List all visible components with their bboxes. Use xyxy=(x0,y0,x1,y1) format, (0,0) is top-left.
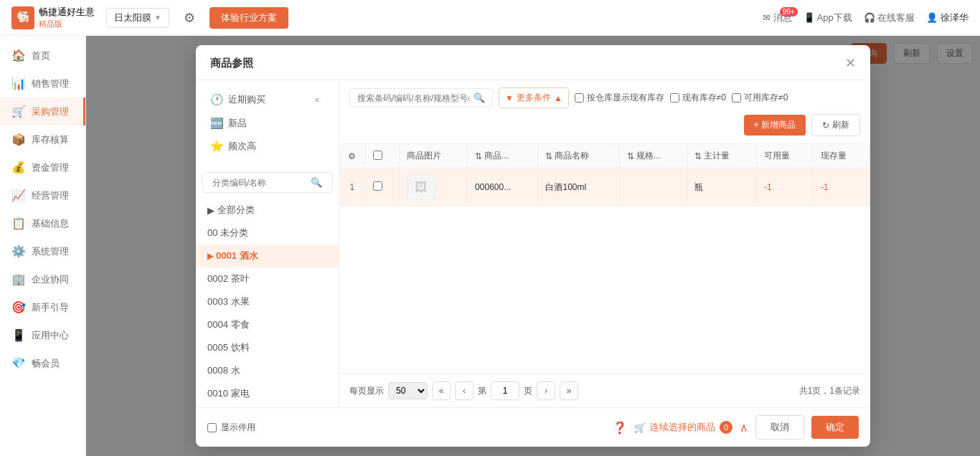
cat-appliances[interactable]: 0010 家电 xyxy=(196,382,339,405)
category-search-input[interactable] xyxy=(212,178,306,188)
cat-tea[interactable]: 0002 茶叶 xyxy=(196,267,339,290)
sort-icon-unit: ⇅ xyxy=(694,151,702,161)
page-label: 第 xyxy=(478,385,486,397)
table-row[interactable]: 1 🖼 000600... 白酒100ml xyxy=(339,168,870,206)
next-page-button[interactable]: › xyxy=(537,381,555,400)
last-page-button[interactable]: » xyxy=(560,381,578,400)
sidebar-item-operations[interactable]: 📈 经营管理 xyxy=(0,181,85,209)
col-settings[interactable]: ⚙ xyxy=(339,144,365,168)
quick-link-frequent[interactable]: ⭐ 频次高 xyxy=(203,135,331,158)
right-panel: 🔍 ▼ 更多条件 ▲ 按仓库显示现有库存 xyxy=(339,80,870,407)
cell-checkbox[interactable] xyxy=(365,168,399,206)
message-icon: ✉ xyxy=(763,12,771,23)
cell-available: -1 xyxy=(757,168,814,206)
category-search-box[interactable]: 🔍 xyxy=(202,172,333,193)
right-panel-toolbar: 🔍 ▼ 更多条件 ▲ 按仓库显示现有库存 xyxy=(339,80,870,144)
col-code[interactable]: ⇅ 商品... xyxy=(468,144,538,168)
continuous-select-label: 连续选择的商品 xyxy=(650,421,715,434)
cat-fruit[interactable]: 0003 水果 xyxy=(196,290,339,313)
cat-liquor-arrow: ▶ xyxy=(207,252,213,261)
refresh-label: 刷新 xyxy=(832,119,849,131)
product-reference-modal: 商品参照 ✕ 🕐 近期购买 « xyxy=(196,45,870,447)
checkbox-available-stock-input[interactable] xyxy=(732,93,741,103)
cart-count-badge: 0 xyxy=(720,421,732,434)
modal-close-button[interactable]: ✕ xyxy=(845,55,856,71)
sidebar-label-operations: 经营管理 xyxy=(32,189,69,202)
sidebar-item-home[interactable]: 🏠 首页 xyxy=(0,42,85,70)
sidebar-item-enterprise[interactable]: 🏢 企业协同 xyxy=(0,265,85,293)
app-download-area[interactable]: 📱 App下载 xyxy=(804,11,852,24)
col-stock[interactable]: 现存量 xyxy=(814,144,870,168)
category-search-icon: 🔍 xyxy=(311,177,322,188)
cell-image: 🖼 xyxy=(399,168,468,206)
cat-liquor[interactable]: ▶ 0001 酒水 xyxy=(196,244,339,267)
sidebar-item-sales[interactable]: 📊 销售管理 xyxy=(0,70,85,98)
confirm-button[interactable]: 确定 xyxy=(811,416,859,439)
table-refresh-button[interactable]: ↻ 刷新 xyxy=(811,114,860,136)
add-product-button[interactable]: + 新增商品 xyxy=(744,115,806,136)
first-page-button[interactable]: « xyxy=(432,381,451,400)
quick-link-recent[interactable]: 🕐 近期购买 « xyxy=(203,87,331,112)
sidebar-item-apps[interactable]: 📱 应用中心 xyxy=(0,321,85,349)
quick-link-new[interactable]: 🆕 新品 xyxy=(203,112,331,135)
sidebar-label-member: 畅会员 xyxy=(32,357,60,370)
product-search-input[interactable] xyxy=(357,93,469,103)
checkbox-existing-stock[interactable]: 现有库存≠0 xyxy=(670,92,726,104)
settings-icon-button[interactable]: ⚙ xyxy=(178,6,201,29)
apps-icon: 📱 xyxy=(11,328,26,342)
cat-uncategorized[interactable]: 00 未分类 xyxy=(196,222,339,244)
col-spec[interactable]: ⇅ 规格... xyxy=(620,144,687,168)
sort-icon-spec: ⇅ xyxy=(627,151,634,161)
cancel-button[interactable]: 取消 xyxy=(755,415,804,440)
product-search-box[interactable]: 🔍 xyxy=(349,88,493,108)
sales-icon: 📊 xyxy=(11,77,26,90)
message-badge: 99+ xyxy=(780,7,798,16)
collapse-button[interactable]: « xyxy=(310,92,324,107)
show-disabled-text: 显示停用 xyxy=(221,422,255,434)
selector-arrow-icon: ▼ xyxy=(154,14,161,22)
checkbox-existing-stock-input[interactable] xyxy=(670,93,679,103)
pagination: 每页显示 50 100 200 « ‹ 第 页 › xyxy=(339,374,870,407)
company-name: 日太阳膜 xyxy=(114,11,151,24)
col-unit[interactable]: ⇅ 主计量 xyxy=(687,144,757,168)
cat-all-label: 全部分类 xyxy=(217,204,255,217)
prev-page-button[interactable]: ‹ xyxy=(455,381,473,400)
cat-snacks[interactable]: 0004 零食 xyxy=(196,313,339,336)
sidebar-item-basic-info[interactable]: 📋 基础信息 xyxy=(0,209,85,237)
collapse-footer-icon[interactable]: ∧ xyxy=(740,421,748,434)
trial-button[interactable]: 体验行业方案 xyxy=(209,7,288,29)
sidebar-item-guide[interactable]: 🎯 新手引导 xyxy=(0,293,85,321)
more-filter-button[interactable]: ▼ 更多条件 ▲ xyxy=(499,87,569,108)
select-all-checkbox[interactable] xyxy=(373,151,382,160)
online-service-area[interactable]: 🎧 在线客服 xyxy=(864,11,915,24)
checkbox-available-stock[interactable]: 可用库存≠0 xyxy=(732,92,788,104)
row-checkbox[interactable] xyxy=(373,181,382,191)
page-unit: 页 xyxy=(524,385,532,397)
sidebar-item-finance[interactable]: 💰 资金管理 xyxy=(0,153,85,181)
col-checkbox[interactable] xyxy=(365,144,399,168)
sidebar-item-system[interactable]: ⚙️ 系统管理 xyxy=(0,237,85,265)
col-name[interactable]: ⇅ 商品名称 xyxy=(538,144,620,168)
page-number-input[interactable] xyxy=(491,381,519,400)
toolbar-right: + 新增商品 ↻ 刷新 xyxy=(744,114,860,136)
cat-water[interactable]: 0008 水 xyxy=(196,359,339,382)
company-selector[interactable]: 日太阳膜 ▼ xyxy=(106,8,169,28)
cat-drinks[interactable]: 0005 饮料 xyxy=(196,336,339,359)
sidebar-item-member[interactable]: 💎 畅会员 xyxy=(0,349,85,377)
messages-area[interactable]: ✉ 消息 99+ xyxy=(763,11,792,24)
user-area[interactable]: 👤 徐泽华 xyxy=(926,11,969,24)
sidebar-item-inventory[interactable]: 📦 库存核算 xyxy=(0,125,85,153)
cat-all[interactable]: ▶ 全部分类 xyxy=(196,199,339,222)
checkbox-by-warehouse[interactable]: 按仓库显示现有库存 xyxy=(575,92,664,104)
sidebar-item-purchase[interactable]: 🛒 采购管理 xyxy=(0,98,85,125)
member-icon: 💎 xyxy=(11,356,26,370)
show-disabled-label[interactable]: 显示停用 xyxy=(207,422,255,434)
cart-area[interactable]: 🛒 连续选择的商品 0 xyxy=(634,421,732,434)
checkbox-by-warehouse-input[interactable] xyxy=(575,93,584,103)
col-available[interactable]: 可用量 xyxy=(757,144,814,168)
help-icon[interactable]: ❓ xyxy=(613,421,627,434)
cart-icon-wrap: 🛒 xyxy=(634,422,646,433)
per-page-select[interactable]: 50 100 200 xyxy=(388,382,428,399)
show-disabled-checkbox[interactable] xyxy=(207,423,217,432)
cat-liquor-label: 0001 酒水 xyxy=(216,250,258,262)
